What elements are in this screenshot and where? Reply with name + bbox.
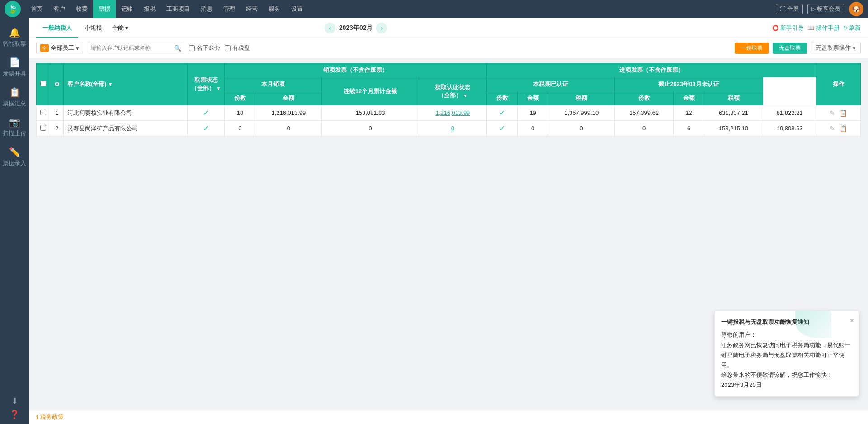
footer-bar: ℹ 税务政策	[29, 410, 868, 424]
sidebar-item-label: 扫描上传	[3, 129, 26, 138]
ticket-entry-icon: ✏️	[9, 147, 20, 157]
filter-bar-right: 一键取票 无盘取票 无盘取票操作 ▾	[735, 42, 861, 54]
notification-greeting: 尊敬的用户：	[721, 330, 852, 340]
sidebar-item-label: 智能取票	[3, 40, 26, 48]
row2-sales-tax: 0	[322, 121, 419, 136]
download-icon[interactable]: ⬇	[11, 396, 18, 406]
sidebar-item-invoice-summary[interactable]: 📋 票据汇总	[0, 82, 29, 112]
search-wrap: 🔍	[88, 42, 184, 54]
row2-checkbox[interactable]	[40, 125, 46, 131]
col-purchase-count: 份数	[487, 91, 518, 105]
date-next-button[interactable]: ›	[376, 23, 387, 33]
notification-close-button[interactable]: ×	[850, 314, 854, 327]
tax-disk-checkbox-label[interactable]: 有税盘	[225, 44, 250, 52]
new-guide-link[interactable]: ⭕ 新手引导	[772, 24, 804, 32]
row2-purchase-amount: 0	[548, 121, 615, 136]
row2-uncert-count: 6	[674, 121, 704, 136]
row2-cumulative-link[interactable]: 0	[451, 125, 454, 132]
nav-home[interactable]: 首页	[25, 0, 48, 18]
current-date: 2023年02月	[339, 24, 373, 32]
no-disk-ops-dropdown[interactable]: 无盘取票操作 ▾	[811, 42, 861, 54]
col-settings-header: ⚙	[50, 63, 64, 105]
nav-service[interactable]: 服务	[263, 0, 286, 18]
one-click-ticket-button[interactable]: 一键取票	[735, 43, 769, 54]
policy-label: 税务政策	[40, 413, 64, 421]
col-cert-status-header[interactable]: 获取认证状态（全部） ▼	[419, 77, 486, 105]
refresh-link[interactable]: ↻ 刷新	[843, 24, 861, 32]
sidebar-item-issue-invoice[interactable]: 📄 发票开具	[0, 52, 29, 82]
nav-customer[interactable]: 客户	[48, 0, 71, 18]
row2-edit-icon[interactable]: ✎	[830, 125, 835, 132]
col-status-header[interactable]: 取票状态（全部） ▼	[187, 63, 225, 105]
row2-copy-icon[interactable]: 📋	[840, 125, 847, 132]
nav-manage[interactable]: 管理	[218, 0, 241, 18]
tax-disk-checkbox[interactable]	[225, 45, 231, 51]
nav-tax[interactable]: 报税	[138, 0, 161, 18]
sidebar-item-smart-ticket[interactable]: 🔔 智能取票	[0, 23, 29, 52]
account-checkbox-label[interactable]: 名下账套	[189, 44, 220, 52]
col-ops-header: 操作	[816, 63, 861, 105]
col-purchase-amount: 金额	[518, 91, 548, 105]
nav-fee[interactable]: 收费	[71, 0, 93, 18]
smart-ticket-icon: 🔔	[9, 27, 20, 38]
tab-dropdown-icon: ▾	[125, 24, 128, 31]
avatar[interactable]: 🐶	[849, 2, 863, 16]
row1-edit-icon[interactable]: ✎	[830, 110, 835, 117]
search-icon[interactable]: 🔍	[174, 45, 181, 52]
tab-full-dropdown[interactable]: 全能 ▾	[108, 24, 132, 32]
notification-apology: 给您带来的不便敬请谅解，祝您工作愉快！	[721, 370, 852, 380]
employee-select[interactable]: 全 全部员工 ▾	[36, 42, 83, 54]
col-uncert-count: 份数	[615, 91, 674, 105]
row1-cumulative: 1,216,013.99	[419, 105, 486, 121]
nav-operation[interactable]: 经营	[241, 0, 263, 18]
fullscreen-button[interactable]: ⛶ 全屏	[776, 4, 802, 14]
employee-dropdown-icon: ▾	[76, 45, 79, 52]
table-row: 1 河北柯赛核实业有限公司 ✓ 18 1,216,013.99 158,081.…	[37, 105, 861, 121]
nav-right: ⛶ 全屏 ▷ 畅享会员 🐶	[776, 2, 863, 16]
search-input[interactable]	[91, 45, 172, 51]
issue-invoice-icon: 📄	[9, 57, 20, 68]
no-disk-ops-label: 无盘取票操作	[816, 44, 851, 52]
employee-tag: 全	[40, 44, 49, 52]
col-sales-amount: 金额	[255, 91, 322, 105]
tab-small-scale[interactable]: 小规模	[78, 18, 108, 38]
col-sales-count: 份数	[225, 91, 255, 105]
help-icon[interactable]: ❓	[9, 410, 19, 419]
nav-settings[interactable]: 设置	[286, 0, 308, 18]
col-company-header[interactable]: 客户名称(全部) ▼	[64, 63, 188, 105]
nav-accounting[interactable]: 记账	[116, 0, 138, 18]
notification-body: 江苏政务网已恢复访问电子税务局功能，易代账一键登陆电子税务局与无盘取票相关功能可…	[721, 340, 852, 370]
row2-sales-amount: 0	[255, 121, 322, 136]
no-disk-ticket-button[interactable]: 无盘取票	[773, 43, 807, 54]
row1-sales-amount: 1,216,013.99	[255, 105, 322, 121]
row1-purchase-status: ✓	[487, 105, 518, 121]
row1-cumulative-link[interactable]: 1,216,013.99	[435, 110, 470, 116]
sidebar-item-ticket-entry[interactable]: ✏️ 票据录入	[0, 142, 29, 172]
col-uncert-amount: 金额	[674, 91, 704, 105]
no-disk-ops-dropdown-icon: ▾	[853, 45, 856, 52]
member-button[interactable]: ▷ 畅享会员	[807, 4, 844, 14]
row1-copy-icon[interactable]: 📋	[840, 110, 847, 117]
date-prev-button[interactable]: ‹	[325, 23, 335, 33]
account-checkbox[interactable]	[189, 45, 195, 51]
logo-icon: 🍃	[5, 1, 21, 17]
row2-checkbox-cell	[37, 121, 50, 136]
nav-message[interactable]: 消息	[195, 0, 218, 18]
nav-business[interactable]: 工商项目	[161, 0, 195, 18]
tax-policy-link[interactable]: ℹ 税务政策	[36, 413, 64, 421]
select-all-checkbox[interactable]	[40, 81, 46, 86]
row1-checkbox[interactable]	[40, 110, 46, 115]
sidebar-bottom: ⬇ ❓	[9, 396, 19, 419]
nav-ticket[interactable]: 票据	[93, 0, 116, 18]
sidebar-item-scan-upload[interactable]: 📷 扫描上传	[0, 112, 29, 142]
row2-uncert-tax: 19,808.63	[763, 121, 816, 136]
sidebar: 🔔 智能取票 📄 发票开具 📋 票据汇总 📷 扫描上传 ✏️ 票据录入 ⬇ ❓	[0, 18, 29, 424]
table-row: 2 灵寿县尚泽矿产品有限公司 ✓ 0 0 0 0 ✓ 0 0 0 6 153,2…	[37, 121, 861, 136]
col-uncert-tax: 税额	[704, 91, 763, 105]
col-sales-header: 销项发票（不含作废票）	[225, 63, 487, 77]
tab-general-taxpayer[interactable]: 一般纳税人	[36, 18, 78, 38]
row2-purchase-tax: 0	[615, 121, 674, 136]
policy-icon: ℹ	[36, 414, 38, 421]
col-cumulative-header: 连续12个月累计金额	[322, 77, 419, 105]
manual-link[interactable]: 📖 操作手册	[807, 24, 839, 32]
